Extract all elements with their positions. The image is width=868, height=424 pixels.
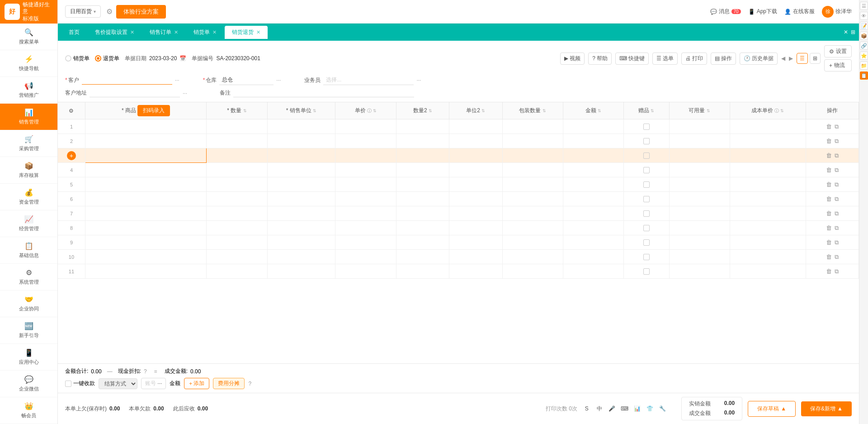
qty2-cell[interactable] <box>396 221 449 235</box>
gift-cell[interactable] <box>623 279 669 279</box>
delete-icon[interactable]: 🗑 <box>826 253 832 261</box>
nav-next-icon[interactable]: ▶ <box>789 55 793 62</box>
address-input[interactable] <box>90 89 180 97</box>
taskbar-icon-6[interactable]: 👕 <box>645 404 655 414</box>
qty-cell[interactable] <box>207 206 267 221</box>
price-cell[interactable] <box>335 221 396 235</box>
right-panel-icon-2[interactable]: 👁 <box>860 12 868 20</box>
copy-icon[interactable]: ⧉ <box>835 195 839 203</box>
goods-cell[interactable] <box>85 148 206 163</box>
delete-icon[interactable]: 🗑 <box>826 268 832 275</box>
copy-icon[interactable]: ⧉ <box>835 239 839 246</box>
sidebar-item-sales[interactable]: 📊 销售管理 <box>0 104 57 130</box>
amount-cell[interactable] <box>563 279 623 279</box>
goods-cell[interactable] <box>85 177 206 192</box>
sidebar-item-system[interactable]: ⚙ 系统管理 <box>0 264 57 291</box>
tab-price-settings[interactable]: 售价提取设置 ✕ <box>88 26 142 39</box>
save-new-btn[interactable]: 保存&新增 ▲ <box>801 401 852 416</box>
sidebar-item-operations[interactable]: 📈 经营管理 <box>0 210 57 237</box>
unit-cell[interactable] <box>267 221 335 235</box>
gift-checkbox[interactable] <box>643 181 650 188</box>
delete-icon[interactable]: 🗑 <box>826 123 832 130</box>
available-cell[interactable] <box>669 264 730 279</box>
unit2-cell[interactable] <box>449 192 502 206</box>
col-header-price[interactable]: 单价 ⓘ ⇅ <box>335 102 396 119</box>
gift-cell[interactable] <box>623 235 669 250</box>
goods-cell[interactable] <box>85 206 206 221</box>
card-view-btn[interactable]: ⊞ <box>810 53 821 64</box>
right-panel-icon-6[interactable]: ⭐ <box>860 52 868 60</box>
video-btn[interactable]: ▶ 视频 <box>560 52 585 65</box>
copy-icon[interactable]: ⧉ <box>835 167 839 174</box>
tab-home[interactable]: 首页 <box>61 26 87 39</box>
unit2-cell[interactable] <box>449 134 502 148</box>
right-panel-icon-3[interactable]: 📝 <box>860 22 868 30</box>
col-header-unit2[interactable]: 单位2 ⇅ <box>449 102 502 119</box>
price-cell[interactable] <box>335 134 396 148</box>
gift-checkbox[interactable] <box>643 268 650 275</box>
history-btn[interactable]: 🕐 历史单据 <box>740 52 778 65</box>
dots-icon[interactable]: ··· <box>157 380 162 386</box>
available-cell[interactable] <box>669 192 730 206</box>
qty2-cell[interactable] <box>396 250 449 264</box>
cost-cell[interactable] <box>730 221 806 235</box>
goods-cell[interactable] <box>85 163 206 177</box>
gift-checkbox[interactable] <box>643 239 650 246</box>
qty-cell[interactable] <box>207 177 267 192</box>
customer-dots-icon[interactable]: ··· <box>175 77 179 83</box>
qty2-cell[interactable] <box>396 279 449 279</box>
delete-icon[interactable]: 🗑 <box>826 210 832 217</box>
fenyong-btn[interactable]: 费用分摊 <box>213 378 245 389</box>
pack-cell[interactable] <box>502 134 563 148</box>
available-cell[interactable] <box>669 279 730 279</box>
cost-cell[interactable] <box>730 119 806 134</box>
sidebar-item-quick-nav[interactable]: ⚡ 快捷导航 <box>0 50 57 77</box>
sidebar-item-guide[interactable]: 🆕 新手引导 <box>0 317 57 344</box>
cost-cell[interactable] <box>730 206 806 221</box>
amount-cell[interactable] <box>563 192 623 206</box>
qty2-cell[interactable] <box>396 235 449 250</box>
goods-cell[interactable] <box>85 235 206 250</box>
gift-cell[interactable] <box>623 221 669 235</box>
save-draft-btn[interactable]: 保存草稿 ▲ <box>748 401 796 417</box>
available-cell[interactable] <box>669 163 730 177</box>
tab-list-icon[interactable]: ⊞ <box>851 29 855 35</box>
radio-sales[interactable]: 销货单 <box>65 55 90 62</box>
sidebar-item-search[interactable]: 🔍 搜索菜单 <box>0 24 57 50</box>
gift-cell[interactable] <box>623 206 669 221</box>
salesperson-dots-icon[interactable]: ··· <box>416 77 421 83</box>
sidebar-item-purchase[interactable]: 🛒 采购管理 <box>0 130 57 157</box>
qty2-cell[interactable] <box>396 177 449 192</box>
available-cell[interactable] <box>669 148 730 163</box>
delete-icon[interactable]: 🗑 <box>826 152 832 159</box>
amount-cell[interactable] <box>563 206 623 221</box>
sidebar-item-enterprise[interactable]: 🤝 企业协同 <box>0 291 57 317</box>
qty2-cell[interactable] <box>396 119 449 134</box>
tab-sales-order-close[interactable]: ✕ <box>174 29 178 35</box>
unit-cell[interactable] <box>267 264 335 279</box>
pack-cell[interactable] <box>502 119 563 134</box>
table-scroll[interactable]: ⚙ * 商品 扫码录入 * 数量 ⇅ * 销售单位 ⇅ <box>58 102 859 279</box>
sidebar-item-apps[interactable]: 📱 应用中心 <box>0 344 57 371</box>
price-cell[interactable] <box>335 177 396 192</box>
warehouse-dots-icon[interactable]: ··· <box>276 77 281 83</box>
qty-cell[interactable] <box>207 221 267 235</box>
qty-cell[interactable] <box>207 134 267 148</box>
calendar-icon[interactable]: 📅 <box>179 55 186 62</box>
available-cell[interactable] <box>669 134 730 148</box>
settings-btn[interactable]: ⚙ 设置 <box>824 45 852 57</box>
payment-checkbox[interactable] <box>65 381 71 387</box>
shortcut-btn[interactable]: ⌨ 快捷键 <box>615 52 649 65</box>
cost-cell[interactable] <box>730 279 806 279</box>
goods-cell[interactable] <box>85 279 206 279</box>
question-icon[interactable]: ? <box>144 368 147 375</box>
qty-cell[interactable] <box>207 163 267 177</box>
gift-cell[interactable] <box>623 163 669 177</box>
unit-cell[interactable] <box>267 134 335 148</box>
delete-icon[interactable]: 🗑 <box>826 224 832 232</box>
split-question-icon[interactable]: ? <box>248 381 251 387</box>
address-dots-icon[interactable]: ··· <box>183 90 187 96</box>
price-cell[interactable] <box>335 119 396 134</box>
amount-cell[interactable] <box>563 119 623 134</box>
goods-cell[interactable] <box>85 192 206 206</box>
